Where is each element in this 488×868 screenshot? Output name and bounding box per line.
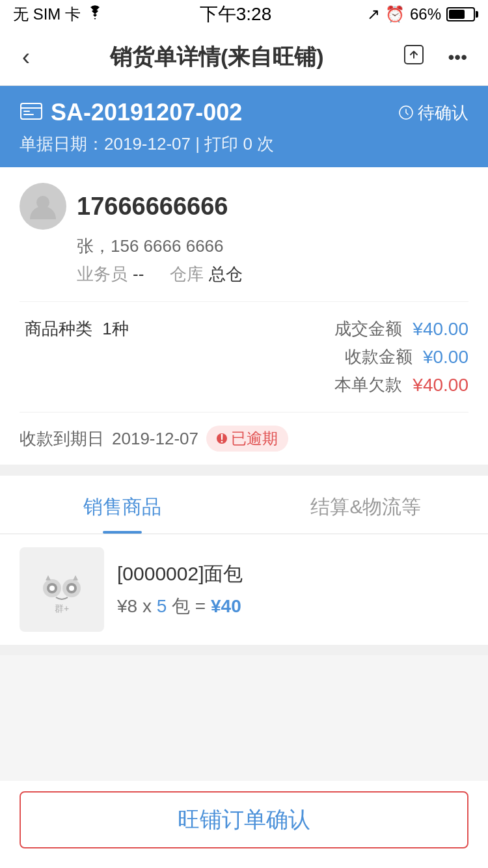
svg-point-10 — [49, 586, 55, 591]
alarm-icon: ⏰ — [385, 5, 405, 23]
order-header: SA-20191207-002 待确认 单据日期：2019-12-07 | 打印… — [0, 86, 488, 167]
product-price: ¥8 x 5 包 = ¥40 — [117, 594, 468, 619]
warehouse-label: 仓库 — [170, 263, 204, 286]
owed-label: 本单欠款 — [334, 373, 402, 396]
product-thumbnail: 群+ — [20, 547, 104, 632]
summary-left: 商品种类 1种 — [20, 318, 129, 340]
salesperson-label: 业务员 — [77, 263, 128, 286]
customer-name: 张，156 6666 6666 — [20, 235, 468, 258]
status-carrier: 无 SIM 卡 — [13, 4, 104, 25]
product-name: [0000002]面包 — [117, 561, 468, 588]
salesperson-value: -- — [133, 264, 144, 284]
warehouse-value: 总仓 — [209, 263, 243, 286]
equals: = — [195, 596, 211, 616]
battery-text: 66% — [410, 5, 441, 23]
nav-bar: ‹ 销货单详情(来自旺铺) ••• — [0, 29, 488, 86]
amount-row-owed: 本单欠款 ¥40.00 — [334, 373, 468, 396]
received-value: ¥0.00 — [423, 347, 468, 368]
page-title: 销货单详情(来自旺铺) — [110, 42, 324, 72]
amount-row-deal: 成交金额 ¥40.00 — [334, 318, 468, 340]
confirm-button[interactable]: 旺铺订单确认 — [20, 791, 468, 848]
price-separator: x — [142, 596, 157, 616]
price-unit: ¥8 — [117, 596, 137, 616]
order-icon — [20, 99, 43, 126]
unit: 包 — [172, 596, 190, 616]
svg-rect-2 — [23, 111, 30, 112]
warehouse-item: 仓库 总仓 — [170, 263, 243, 286]
customer-phone: 17666666666 — [77, 193, 228, 221]
order-status: 待确认 — [398, 102, 468, 124]
order-header-top: SA-20191207-002 待确认 — [20, 99, 468, 126]
carrier-text: 无 SIM 卡 — [13, 4, 81, 25]
battery-fill — [449, 10, 465, 19]
received-label: 收款金额 — [345, 346, 413, 368]
location-icon: ↗ — [367, 5, 380, 23]
bottom-bar: 旺铺订单确认 — [0, 781, 488, 868]
svg-text:群+: 群+ — [55, 603, 69, 614]
overdue-badge: ! 已逾期 — [206, 426, 288, 452]
due-section: 收款到期日 2019-12-07 ! 已逾期 — [0, 413, 488, 465]
salesperson-item: 业务员 -- — [77, 263, 144, 286]
owed-value: ¥40.00 — [413, 375, 468, 396]
order-date: 单据日期：2019-12-07 | 打印 0 次 — [20, 133, 468, 156]
customer-section: 17666666666 张，156 6666 6666 业务员 -- 仓库 总仓… — [0, 167, 488, 465]
amount-row-received: 收款金额 ¥0.00 — [345, 346, 468, 368]
bottom-spacer — [0, 655, 488, 785]
deal-value: ¥40.00 — [413, 319, 468, 340]
deal-label: 成交金额 — [334, 318, 402, 340]
status-right: ↗ ⏰ 66% — [367, 5, 475, 23]
customer-meta: 业务员 -- 仓库 总仓 — [20, 263, 468, 286]
overdue-text: 已逾期 — [231, 428, 278, 449]
status-bar: 无 SIM 卡 下午3:28 ↗ ⏰ 66% — [0, 0, 488, 29]
total: ¥40 — [211, 596, 241, 616]
svg-rect-3 — [23, 114, 34, 115]
product-info: [0000002]面包 ¥8 x 5 包 = ¥40 — [117, 561, 468, 619]
tabs: 销售商品 结算&物流等 — [0, 476, 488, 534]
avatar — [20, 183, 66, 230]
product-type-item: 商品种类 1种 — [20, 318, 129, 340]
product-item: 群+ [0000002]面包 ¥8 x 5 包 = ¥40 — [20, 547, 468, 632]
back-button[interactable]: ‹ — [16, 37, 36, 77]
nav-actions: ••• — [398, 38, 472, 75]
quantity: 5 — [157, 596, 167, 616]
customer-top: 17666666666 — [20, 183, 468, 230]
summary-right: 成交金额 ¥40.00 收款金额 ¥0.00 本单欠款 ¥40.00 — [334, 318, 468, 396]
order-id: SA-20191207-002 — [20, 99, 242, 126]
tab-products[interactable]: 销售商品 — [0, 476, 244, 534]
tabs-section: 销售商品 结算&物流等 群+ — [0, 475, 488, 645]
battery-icon — [446, 7, 475, 21]
overdue-icon: ! — [217, 433, 227, 444]
product-list: 群+ [0000002]面包 ¥8 x 5 包 = ¥40 — [0, 534, 488, 645]
share-button[interactable] — [398, 38, 430, 75]
due-date: 2019-12-07 — [112, 429, 198, 449]
svg-point-11 — [69, 586, 74, 591]
wifi-icon — [86, 5, 104, 23]
summary-section: 商品种类 1种 成交金额 ¥40.00 收款金额 ¥0.00 本单欠款 ¥40.… — [0, 302, 488, 412]
status-time: 下午3:28 — [200, 2, 272, 27]
due-label: 收款到期日 — [20, 427, 104, 450]
more-button[interactable]: ••• — [443, 42, 472, 73]
tab-settlement[interactable]: 结算&物流等 — [244, 476, 488, 534]
